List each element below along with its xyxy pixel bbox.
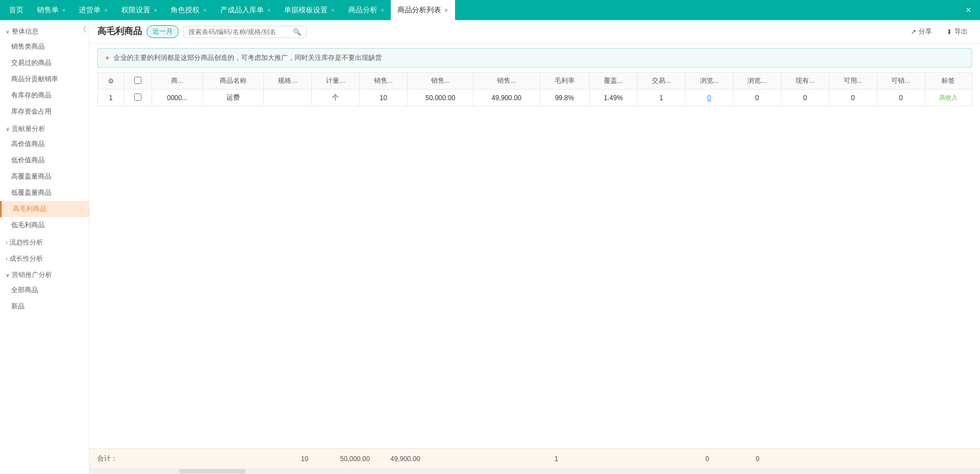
table-row: 10000...运费个1050,000.0049,900.0099.8%1.49… [98, 90, 972, 106]
sidebar-item-全部商品[interactable]: 全部商品 [0, 282, 89, 298]
content-area: 高毛利商品 近一月 🔍 ↗ 分享 ⬇ 导出 ✦ 企业的主要的利润都是这部分商品创… [89, 20, 980, 474]
nav-tab-商品分析列表[interactable]: 商品分析列表× [391, 0, 455, 20]
select-all-checkbox[interactable] [134, 77, 141, 84]
total-label: 合计： [97, 454, 117, 463]
col-header-browse1[interactable]: 浏览... [685, 73, 733, 90]
sidebar-group-header-流趋性分析[interactable]: ›流趋性分析 [0, 233, 89, 250]
sidebar-collapse-button[interactable]: 《 [79, 25, 87, 35]
cell-sales_qty: 10 [359, 90, 408, 106]
cell-transaction: 1 [637, 90, 685, 106]
search-icon[interactable]: 🔍 [293, 28, 301, 36]
sidebar-item-新品[interactable]: 新品 [0, 298, 89, 315]
col-header-spec[interactable]: 规格... [263, 73, 311, 90]
footer-cell-empty4 [637, 455, 676, 463]
col-header-gross_margin[interactable]: 毛利率 [539, 73, 589, 90]
sidebar-item-低价值商品[interactable]: 低价值商品 [0, 152, 89, 168]
sidebar-group-label: 贡献量分析 [12, 124, 45, 134]
footer-cell-available_stock: 0 [738, 455, 777, 463]
col-header-sales_amount[interactable]: 销售... [408, 73, 474, 90]
tab-close-icon[interactable]: × [203, 7, 206, 13]
col-header-transaction[interactable]: 交易... [637, 73, 685, 90]
footer-cell-current_stock: 0 [688, 455, 727, 463]
col-header-settings[interactable]: ⚙ [98, 73, 124, 90]
main-layout: 《 ∨整体信息销售类商品交易过的商品商品分贡献销率有库存的商品库存资金占用∨贡献… [0, 20, 980, 474]
col-header-current_stock[interactable]: 现有... [781, 73, 829, 90]
sidebar-group-header-成长性分析[interactable]: ›成长性分析 [0, 250, 89, 266]
sidebar-group-header-贡献量分析[interactable]: ∨贡献量分析 [0, 120, 89, 136]
close-app-button[interactable]: × [959, 5, 978, 15]
sidebar-group-header-整体信息[interactable]: ∨整体信息 [0, 22, 89, 39]
sidebar-group-label: 整体信息 [12, 27, 39, 36]
tab-close-icon[interactable]: × [104, 7, 107, 13]
nav-tab-销售单[interactable]: 销售单× [30, 0, 72, 20]
col-header-sales_qty[interactable]: 销售... [359, 73, 408, 90]
col-header-name[interactable]: 商品名称 [202, 73, 263, 90]
col-header-available_stock[interactable]: 可用... [829, 73, 877, 90]
sidebar-group-label: 流趋性分析 [10, 238, 43, 247]
nav-tab-产成品入库单[interactable]: 产成品入库单× [214, 0, 277, 20]
tab-close-icon[interactable]: × [331, 7, 334, 13]
cell-sales_amount: 50,000.00 [408, 90, 474, 106]
export-button[interactable]: ⬇ 导出 [942, 25, 972, 39]
tab-close-icon[interactable]: × [267, 7, 271, 13]
tab-close-icon[interactable]: × [444, 7, 448, 13]
nav-tab-权限设置[interactable]: 权限设置× [115, 0, 164, 20]
cell-index: 1 [98, 90, 124, 106]
nav-tab-商品分析[interactable]: 商品分析× [342, 0, 391, 20]
sidebar-item-高覆盖量商品[interactable]: 高覆盖量商品 [0, 168, 89, 185]
col-header-coverage[interactable]: 覆盖... [589, 73, 637, 90]
cell-tag: 高收入 [925, 90, 972, 106]
export-icon: ⬇ [946, 28, 952, 36]
chevron-down-icon: ∨ [6, 126, 10, 132]
sidebar-item-交易过的商品[interactable]: 交易过的商品 [0, 55, 89, 71]
search-input[interactable] [188, 28, 293, 36]
nav-tab-首页[interactable]: 首页 [2, 0, 30, 20]
top-navigation: 首页销售单×进货单×权限设置×角色授权×产成品入库单×单据模板设置×商品分析×商… [0, 0, 980, 20]
data-table: ⚙商...商品名称规格...计量...销售...销售...销售...毛利率覆盖.… [97, 72, 972, 106]
tab-close-icon[interactable]: × [62, 7, 65, 13]
footer-total: 合计： 1050,000.0049,900.00100 [89, 448, 980, 468]
horizontal-scrollbar[interactable] [89, 468, 980, 474]
footer-cell-empty2 [486, 455, 525, 463]
nav-tab-单据模板设置[interactable]: 单据模板设置× [277, 0, 341, 20]
col-header-checkbox[interactable] [124, 73, 152, 90]
sidebar-item-高价值商品[interactable]: 高价值商品 [0, 136, 89, 152]
sidebar-item-销售类商品[interactable]: 销售类商品 [0, 39, 89, 55]
cell-coverage: 1.49% [589, 90, 637, 106]
nav-tab-进货单[interactable]: 进货单× [72, 0, 114, 20]
header-actions: ↗ 分享 ⬇ 导出 [906, 25, 972, 39]
tab-close-icon[interactable]: × [381, 7, 384, 13]
footer-cell-empty3 [587, 455, 626, 463]
filter-recent-month-button[interactable]: 近一月 [146, 25, 179, 38]
col-header-code[interactable]: 商... [152, 73, 202, 90]
info-banner-text: 企业的主要的利润都是这部分商品创造的，可考虑加大推广，同时关注库存是不要出现缺货 [113, 53, 382, 63]
info-banner: ✦ 企业的主要的利润都是这部分商品创造的，可考虑加大推广，同时关注库存是不要出现… [97, 48, 972, 68]
tab-close-icon[interactable]: × [154, 7, 157, 13]
sidebar-item-商品分贡献销率[interactable]: 商品分贡献销率 [0, 71, 89, 87]
col-header-saleable_stock[interactable]: 可销... [877, 73, 925, 90]
col-header-tag[interactable]: 标签 [925, 73, 972, 90]
cell-available_stock: 0 [829, 90, 877, 106]
cell-browse1[interactable]: 0 [685, 90, 733, 106]
sidebar-item-高毛利商品[interactable]: 高毛利商品 [0, 201, 89, 217]
cell-current_stock: 0 [781, 90, 829, 106]
sidebar-item-库存资金占用[interactable]: 库存资金占用 [0, 104, 89, 120]
share-icon: ↗ [911, 28, 916, 36]
col-header-unit[interactable]: 计量... [311, 73, 359, 90]
footer-cell-empty1 [436, 455, 475, 463]
chevron-down-icon: ∨ [6, 29, 10, 35]
search-box: 🔍 [183, 26, 306, 38]
table-container[interactable]: ⚙商...商品名称规格...计量...销售...销售...销售...毛利率覆盖.… [89, 72, 980, 448]
sidebar-group-营销推广分析: ∨营销推广分析全部商品新品 [0, 266, 89, 315]
scrollbar-thumb[interactable] [179, 469, 246, 473]
share-button[interactable]: ↗ 分享 [906, 25, 936, 39]
row-checkbox[interactable] [134, 93, 141, 101]
col-header-sales_cost[interactable]: 销售... [474, 73, 539, 90]
footer-cell-sales_qty: 10 [285, 455, 324, 463]
sidebar-item-低覆盖量商品[interactable]: 低覆盖量商品 [0, 185, 89, 201]
sidebar-item-有库存的商品[interactable]: 有库存的商品 [0, 87, 89, 104]
nav-tab-角色授权[interactable]: 角色授权× [164, 0, 213, 20]
sidebar-item-低毛利商品[interactable]: 低毛利商品 [0, 217, 89, 233]
sidebar-group-header-营销推广分析[interactable]: ∨营销推广分析 [0, 266, 89, 282]
col-header-browse2[interactable]: 浏览... [733, 73, 781, 90]
